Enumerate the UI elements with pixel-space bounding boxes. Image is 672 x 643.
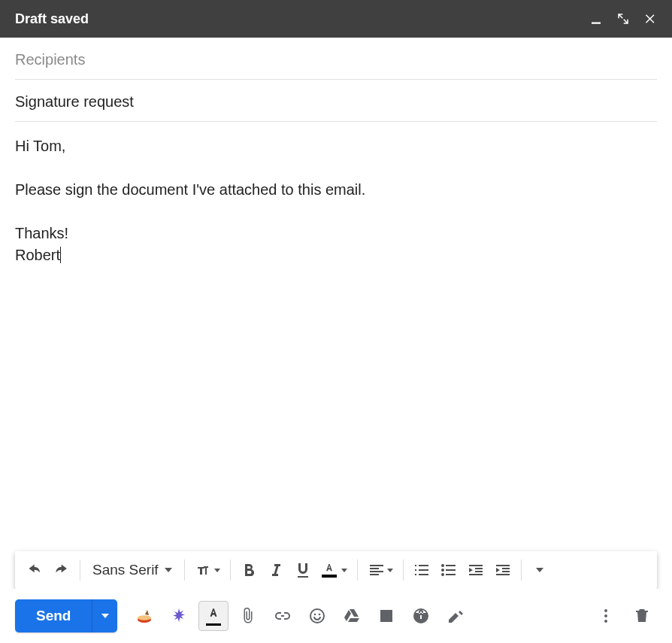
redo-button[interactable] — [48, 557, 75, 584]
insert-emoji-button[interactable] — [302, 601, 332, 631]
text-caret — [60, 247, 61, 263]
sparkle-icon[interactable] — [164, 601, 194, 631]
formatting-toolbar: Sans Serif — [15, 551, 657, 589]
compose-tool-icons — [129, 601, 471, 631]
toolbar-separator — [357, 560, 358, 581]
send-options-button[interactable] — [92, 599, 117, 632]
indent-more-button[interactable] — [489, 557, 516, 584]
svg-point-10 — [604, 614, 607, 617]
align-button[interactable] — [362, 557, 398, 584]
discard-draft-button[interactable] — [627, 601, 657, 631]
italic-button[interactable] — [262, 557, 289, 584]
message-body[interactable]: Hi Tom, Please sign the document I've at… — [15, 122, 657, 280]
toolbar-separator — [521, 560, 522, 581]
svg-point-8 — [319, 614, 321, 616]
chevron-down-icon — [387, 569, 393, 572]
insert-signature-button[interactable] — [440, 601, 471, 631]
minimize-icon[interactable] — [589, 12, 603, 26]
insert-drive-button[interactable] — [337, 601, 367, 631]
header-window-controls — [589, 12, 657, 26]
ink-color-icon[interactable] — [129, 601, 159, 631]
font-family-select[interactable]: Sans Serif — [85, 562, 180, 578]
toolbar-separator — [403, 560, 404, 581]
more-formatting-button[interactable] — [526, 557, 553, 584]
text-color-tool[interactable] — [198, 601, 229, 631]
confidential-mode-button[interactable] — [406, 601, 436, 631]
send-split-button: Send — [15, 599, 117, 632]
body-line-1: Hi Tom, — [15, 138, 65, 154]
body-line-2: Please sign the document I've attached t… — [15, 181, 365, 198]
svg-point-2 — [441, 569, 444, 572]
body-line-3: Thanks! — [15, 225, 68, 241]
chevron-down-icon — [165, 568, 172, 572]
svg-point-7 — [314, 614, 316, 616]
chevron-down-icon — [341, 569, 347, 572]
more-options-button[interactable] — [591, 601, 621, 631]
svg-point-9 — [604, 609, 607, 612]
toolbar-separator — [80, 560, 80, 581]
compose-action-bar: Send — [0, 589, 672, 643]
font-size-button[interactable] — [189, 557, 226, 584]
insert-link-button[interactable] — [268, 601, 298, 631]
bold-button[interactable] — [235, 557, 262, 584]
subject-field[interactable]: Signature request — [15, 80, 657, 122]
svg-rect-0 — [592, 23, 601, 24]
toolbar-separator — [184, 560, 185, 581]
chevron-down-icon — [536, 568, 543, 572]
insert-photo-button[interactable] — [371, 601, 401, 631]
recipients-field[interactable]: Recipients — [15, 38, 657, 80]
indent-less-button[interactable] — [462, 557, 489, 584]
svg-point-6 — [310, 609, 324, 623]
send-button[interactable]: Send — [15, 599, 92, 632]
close-icon[interactable] — [643, 12, 657, 26]
body-line-4: Robert — [15, 247, 60, 263]
text-color-icon — [206, 607, 221, 626]
svg-point-1 — [441, 564, 444, 567]
subject-text: Signature request — [15, 93, 134, 110]
font-family-label: Sans Serif — [92, 562, 159, 578]
chevron-down-icon — [101, 614, 109, 618]
svg-point-11 — [604, 620, 607, 623]
svg-point-3 — [441, 573, 444, 576]
attach-file-button[interactable] — [233, 601, 263, 631]
chevron-down-icon — [214, 569, 220, 572]
numbered-list-button[interactable] — [408, 557, 435, 584]
compose-bottom-right — [591, 601, 657, 631]
recipients-placeholder: Recipients — [15, 51, 85, 68]
compose-title: Draft saved — [15, 11, 589, 27]
svg-point-5 — [138, 615, 151, 620]
toolbar-separator — [230, 560, 231, 581]
compose-header: Draft saved — [0, 0, 672, 38]
send-label: Send — [36, 608, 71, 624]
undo-button[interactable] — [21, 557, 48, 584]
text-color-button[interactable] — [316, 557, 353, 584]
underline-button[interactable] — [289, 557, 316, 584]
compose-body-wrapper: Recipients Signature request Hi Tom, Ple… — [0, 38, 672, 280]
fullscreen-icon[interactable] — [616, 12, 630, 26]
bulleted-list-button[interactable] — [435, 557, 462, 584]
